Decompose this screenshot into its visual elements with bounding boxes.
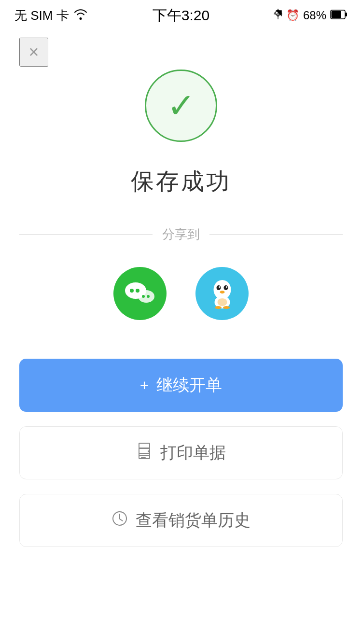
- svg-point-10: [216, 285, 221, 290]
- location-icon: [274, 9, 282, 22]
- success-circle: ✓: [145, 70, 217, 142]
- svg-point-4: [130, 289, 134, 293]
- page-content: ✓ 保存成功 分享到: [0, 31, 362, 547]
- battery-icon: [330, 9, 348, 22]
- svg-point-17: [223, 306, 230, 309]
- print-button[interactable]: 打印单据: [19, 426, 343, 479]
- plus-icon: +: [140, 377, 149, 394]
- svg-rect-21: [141, 455, 148, 456]
- success-area: ✓ 保存成功: [131, 70, 231, 197]
- print-label: 打印单据: [160, 442, 226, 464]
- svg-point-12: [219, 286, 220, 288]
- svg-point-5: [136, 289, 139, 293]
- svg-point-7: [142, 295, 145, 298]
- wifi-icon: [74, 8, 87, 23]
- clock-icon: [111, 510, 128, 531]
- svg-rect-2: [332, 11, 341, 18]
- qq-share-button[interactable]: [195, 267, 249, 320]
- continue-order-label: 继续开单: [156, 374, 222, 396]
- svg-point-16: [215, 306, 222, 309]
- alarm-icon: ⏰: [286, 9, 299, 22]
- svg-point-13: [226, 286, 227, 288]
- battery-percentage: 68%: [303, 9, 326, 22]
- no-sim-label: 无 SIM 卡: [14, 7, 69, 24]
- svg-point-6: [138, 290, 154, 303]
- wechat-share-button[interactable]: [113, 267, 167, 320]
- share-label: 分享到: [162, 226, 200, 243]
- svg-rect-22: [141, 457, 146, 458]
- status-bar: 无 SIM 卡 下午3:20 ⏰ 68%: [0, 0, 362, 31]
- history-label: 查看销货单历史: [136, 509, 251, 532]
- share-area: 分享到: [19, 226, 343, 320]
- close-button[interactable]: ×: [19, 38, 48, 67]
- printer-icon: [136, 443, 153, 463]
- svg-point-8: [147, 295, 150, 298]
- share-divider: 分享到: [19, 226, 343, 243]
- checkmark-icon: ✓: [167, 89, 195, 123]
- svg-point-23: [148, 450, 150, 452]
- svg-point-11: [223, 285, 228, 290]
- close-icon: ×: [28, 42, 39, 62]
- qq-icon: [209, 278, 236, 309]
- svg-point-18: [217, 298, 227, 306]
- svg-rect-1: [345, 13, 347, 16]
- history-button[interactable]: 查看销货单历史: [19, 494, 343, 547]
- actions-area: + 继续开单 打印单据: [19, 359, 343, 547]
- status-right: ⏰ 68%: [274, 9, 348, 22]
- status-time: 下午3:20: [153, 6, 209, 26]
- wechat-icon: [123, 279, 157, 308]
- divider-left: [19, 234, 153, 235]
- status-left: 无 SIM 卡: [14, 7, 87, 24]
- divider-right: [209, 234, 343, 235]
- svg-point-14: [220, 291, 224, 294]
- svg-rect-19: [139, 443, 150, 448]
- share-icons: [113, 267, 249, 320]
- success-title: 保存成功: [131, 166, 231, 197]
- continue-order-button[interactable]: + 继续开单: [19, 359, 343, 412]
